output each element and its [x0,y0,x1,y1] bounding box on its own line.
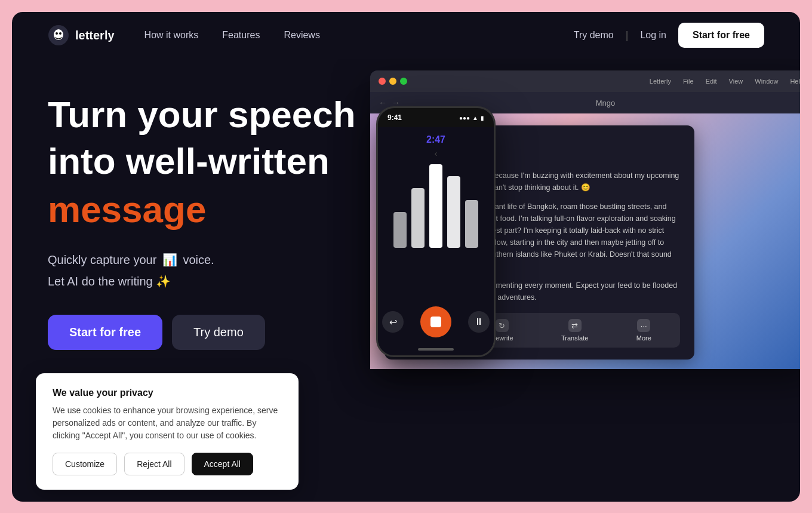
customize-button[interactable]: Customize [53,453,117,475]
wave-bar-5 [465,200,478,248]
action-more[interactable]: ··· More [636,319,651,342]
sparkle-icon: ✨ [156,272,171,291]
phone-timer: 2:47 [426,127,445,149]
record-stop-icon [430,317,441,327]
menu-help: Help [790,78,800,85]
accept-all-button[interactable]: Accept All [192,453,253,475]
nav-try-demo-button[interactable]: Try demo [574,30,614,41]
nav-start-free-button[interactable]: Start for free [678,23,764,48]
rewrite-icon: ↻ [496,319,509,332]
battery-icon: ▮ [481,115,484,121]
wave-bar-1 [393,212,407,248]
menu-file: File [683,78,694,85]
phone-controls: ↩ ⏸ [382,306,490,337]
wave-bar-3 [429,164,442,248]
subtitle-text-1-end: voice. [183,253,214,266]
cookie-title: We value your privacy [53,388,282,398]
more-label: More [636,334,651,342]
phone-content: 2:47 ‹ ↩ ⏸ [378,127,494,355]
try-demo-button[interactable]: Try demo [172,315,265,350]
more-icon: ··· [637,319,650,332]
menu-letterly: Letterly [650,78,671,85]
svg-point-2 [56,32,58,35]
nav-divider: | [626,29,629,42]
translate-label: Translate [561,334,588,342]
wave-bar-4 [447,176,460,248]
subtitle-text-2: Let AI do the writing [48,275,153,288]
translate-icon: ⇄ [568,319,582,332]
nav-links: How it works Features Reviews [144,30,574,41]
hero-title-line1: Turn your speech [48,94,394,135]
logo-area: letterly [48,24,115,46]
phone-mockup: 9:41 ●●● ▲ ▮ 2:47 ‹ [376,106,496,357]
nav-features[interactable]: Features [222,30,260,41]
traffic-light-green [400,78,407,85]
navbar: letterly How it works Features Reviews T… [12,12,800,59]
cta-buttons: Start for free Try demo [48,315,394,350]
titlebar-menu: Letterly File Edit View Window Help [650,78,800,85]
brand-name: letterly [75,29,115,42]
cookie-buttons: Customize Reject All Accept All [53,453,282,475]
note-title: Mngo [596,99,616,107]
menu-edit: Edit [706,78,717,85]
record-button[interactable] [420,306,451,337]
nav-right: Try demo | Log in Start for free [574,23,764,48]
nav-reviews[interactable]: Reviews [284,30,319,41]
phone-statusbar: 9:41 ●●● ▲ ▮ [378,108,494,127]
nav-login-button[interactable]: Log in [640,30,666,41]
action-translate[interactable]: ⇄ Translate [561,319,588,342]
menu-view: View [729,78,743,85]
hero-right: Letterly File Edit View Window Help ← → … [346,59,800,502]
wifi-icon: ▲ [472,115,478,121]
signal-icon: ●●● [459,115,470,121]
logo-icon [48,24,69,46]
hero-title-line2: into well-written [48,141,394,182]
laptop-titlebar: Letterly File Edit View Window Help [370,70,800,92]
hero-subtitle-1: Quickly capture your 📊 voice. [48,250,394,269]
pause-button[interactable]: ⏸ [468,311,490,333]
hero-title-accent: message [48,188,394,232]
reject-all-button[interactable]: Reject All [124,453,184,475]
svg-point-3 [59,32,61,35]
cookie-banner: We value your privacy We use cookies to … [36,373,299,490]
waveform-area [382,164,490,260]
phone-status-icons: ●●● ▲ ▮ [459,115,484,121]
cookie-text: We use cookies to enhance your browsing … [53,404,282,442]
subtitle-text-1: Quickly capture your [48,253,156,266]
start-free-button[interactable]: Start for free [48,315,162,350]
wave-bars-icon: 📊 [162,250,177,269]
nav-how-it-works[interactable]: How it works [144,30,199,41]
hero-subtitle-2: Let AI do the writing ✨ [48,272,394,291]
wave-bar-2 [411,188,425,248]
phone-home-bar [418,348,454,351]
app-container: letterly How it works Features Reviews T… [12,12,800,502]
chevron-left-icon: ‹ [435,149,438,158]
menu-window: Window [755,78,778,85]
